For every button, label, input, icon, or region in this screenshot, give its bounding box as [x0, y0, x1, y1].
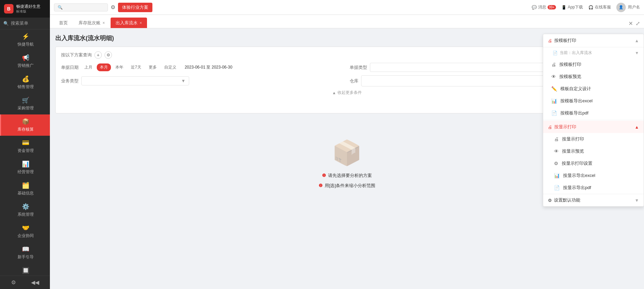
topbar-left: 🔍 ⚙ 体验行业方案 — [54, 3, 152, 12]
brand-sub: 标准版 — [16, 9, 40, 14]
biz-type-label: 业务类型 — [61, 78, 79, 84]
avatar: 👤 — [616, 3, 626, 12]
sidebar-item-guide[interactable]: 📖 新手引导 — [0, 242, 50, 263]
filter-settings-btn[interactable]: ⚙ — [105, 51, 112, 59]
marketing-icon: 📢 — [22, 54, 29, 61]
display-excel-label: 按显示导出excel — [563, 173, 595, 179]
tab-close-btn[interactable]: ✕ — [628, 20, 633, 27]
message-badge: 99+ — [548, 5, 556, 9]
message-item[interactable]: 💬 消息 99+ — [532, 4, 556, 10]
template-excel-icon: 📊 — [551, 98, 557, 104]
dropdown-subitem-display-excel[interactable]: 📊 按显示导出excel — [543, 169, 644, 182]
guide-label: 新手引导 — [18, 254, 34, 260]
dropdown-header-label: 按模板打印 — [554, 37, 576, 44]
template-pdf-icon: 📄 — [551, 110, 557, 116]
operations-icon: 📊 — [22, 160, 29, 168]
user-name: 用户名 — [628, 4, 640, 10]
industry-btn[interactable]: 体验行业方案 — [118, 3, 152, 12]
sidebar-item-operations[interactable]: 📊 经营管理 — [0, 157, 50, 178]
tab-inventory-batch-close[interactable]: × — [103, 21, 105, 25]
sidebar-item-system[interactable]: ⚙️ 系统管理 — [0, 200, 50, 221]
footer-settings-icon: ⚙ — [548, 198, 552, 203]
biz-type-arrow: ▼ — [181, 78, 185, 83]
display-settings-icon: ⚙ — [554, 161, 558, 166]
topbar: 🔍 ⚙ 体验行业方案 💬 消息 99+ 📱 App下载 🎧 在线客服 👤 — [50, 0, 644, 15]
appstore-icon: 🔲 — [22, 267, 29, 274]
purchase-label: 采购管理 — [18, 105, 34, 111]
date-opt-last-month[interactable]: 上月 — [81, 63, 95, 71]
biz-type-select[interactable]: ▼ — [81, 76, 189, 85]
sidebar-item-inventory[interactable]: 📦 库存核算 — [0, 114, 50, 136]
dropdown-subitem-display-pdf[interactable]: 📄 按显示导出pdf — [543, 182, 644, 194]
dropdown-subitem-display-preview[interactable]: 👁 按显示预览 — [543, 145, 644, 157]
date-opt-current-month[interactable]: 本月 — [97, 63, 111, 71]
sidebar-item-finance[interactable]: 💳 资金管理 — [0, 136, 50, 157]
receipt-type-label: 单据类型 — [350, 64, 367, 71]
online-service-item[interactable]: 🎧 在线客服 — [588, 4, 611, 10]
footer-label: 设置默认功能 — [554, 197, 580, 203]
footer-arrow: ▼ — [635, 198, 639, 203]
sidebar-settings-btn[interactable]: ⚙ — [11, 279, 16, 286]
inventory-icon: 📦 — [22, 118, 29, 125]
topbar-search-box[interactable]: 🔍 — [54, 3, 108, 11]
date-opt-last-7-days[interactable]: 近7天 — [128, 63, 144, 71]
dropdown-item-template-preview[interactable]: 👁 按模板预览 — [543, 71, 644, 83]
collapse-button[interactable]: ▲ 收起更多条件 — [332, 90, 362, 96]
dropdown-header-icon: 🖨 — [548, 38, 552, 43]
date-opt-current-year[interactable]: 本年 — [112, 63, 126, 71]
sidebar-item-basics[interactable]: 🗂️ 基础信息 — [0, 178, 50, 200]
dropdown-footer[interactable]: ⚙ 设置默认功能 ▼ — [543, 194, 644, 206]
cooperation-icon: 🤝 — [22, 224, 29, 232]
collapse-arrow-icon: ▲ — [332, 90, 336, 95]
topbar-search-icon: 🔍 — [58, 5, 63, 10]
date-options: 上月 本月 本年 近7天 更多 自定义 — [81, 63, 179, 71]
warehouse-label: 仓库 — [350, 78, 358, 84]
sidebar-item-purchase[interactable]: 🛒 采购管理 — [0, 93, 50, 114]
marketing-label: 营销推广 — [18, 63, 34, 69]
sidebar-item-marketing[interactable]: 📢 营销推广 — [0, 51, 50, 72]
brand-name: 畅捷通好生意 — [16, 4, 40, 9]
empty-state: 📦 ❶ 请先选择要分析的方案 ❷ 用[选]条件来缩小分析范围 — [319, 138, 375, 190]
online-service-icon: 🎧 — [588, 5, 593, 10]
display-pdf-label: 按显示导出pdf — [563, 185, 591, 191]
finance-icon: 💳 — [22, 139, 29, 147]
filter-biz-type-field: 业务类型 ▼ — [61, 76, 344, 85]
dropdown-subitem-display-settings[interactable]: ⚙ 按显示打印设置 — [543, 157, 644, 169]
dropdown-item-template-custom[interactable]: ✏️ 模板自定义设计 — [543, 83, 644, 95]
dropdown-current: 📄 当前：出入库流水 ▼ — [543, 47, 644, 58]
dropdown-collapse-btn[interactable]: ▲ — [635, 38, 639, 43]
tab-home[interactable]: 首页 — [54, 18, 73, 28]
tab-inventory-batch[interactable]: 库存批次账 × — [74, 18, 110, 28]
sidebar-item-cooperation[interactable]: 🤝 企业协同 — [0, 221, 50, 242]
current-template-icon: 📄 — [553, 51, 558, 55]
topbar-gear-icon[interactable]: ⚙ — [111, 4, 115, 10]
sidebar-item-appstore[interactable]: 🔲 应用中心 — [0, 263, 50, 275]
date-opt-more[interactable]: 更多 — [146, 63, 160, 71]
app-download-item[interactable]: 📱 App下载 — [561, 4, 583, 10]
dropdown-item-template-pdf[interactable]: 📄 按模板导出pdf — [543, 107, 644, 119]
sidebar-search[interactable]: 🔍 搜索菜单 — [0, 18, 50, 29]
submenu-collapse-icon: ▲ — [635, 125, 639, 130]
dropdown-overlay: 🖨 按模板打印 ▲ 📄 当前：出入库流水 ▼ 🖨 按模板打印 👁 按模板预览 ✏… — [543, 34, 644, 207]
tab-inout-flow-close[interactable]: × — [140, 21, 142, 25]
filter-add-btn[interactable]: + — [94, 51, 102, 59]
display-preview-icon: 👁 — [554, 149, 559, 154]
date-field-label: 单据日期 — [61, 64, 79, 71]
date-opt-custom[interactable]: 自定义 — [161, 63, 179, 71]
empty-tip-1: ❶ 请先选择要分析的方案 — [322, 173, 372, 179]
dropdown-submenu-header[interactable]: 🖨 按显示打印 ▲ — [543, 121, 644, 133]
template-print-icon: 🖨 — [551, 62, 556, 67]
dropdown-item-template-excel[interactable]: 📊 按模板导出excel — [543, 95, 644, 107]
tab-maximize-btn[interactable]: ⤢ — [636, 20, 640, 27]
user-info[interactable]: 👤 用户名 — [616, 3, 640, 12]
template-custom-icon: ✏️ — [551, 86, 557, 91]
quick-nav-icon: ⚡ — [22, 33, 29, 40]
sidebar-item-sales[interactable]: 💰 销售管理 — [0, 72, 50, 93]
topbar-search-input[interactable] — [65, 5, 104, 10]
template-print-item-label: 按模板打印 — [559, 61, 581, 68]
sidebar-toggle-btn[interactable]: ◀◀ — [31, 279, 39, 286]
sidebar-item-quick-nav[interactable]: ⚡ 快捷导航 — [0, 29, 50, 51]
dropdown-subitem-display-print[interactable]: 🖨 按显示打印 — [543, 133, 644, 145]
dropdown-item-template-print[interactable]: 🖨 按模板打印 — [543, 58, 644, 71]
tab-inout-flow[interactable]: 出入库流水 × — [111, 18, 147, 28]
